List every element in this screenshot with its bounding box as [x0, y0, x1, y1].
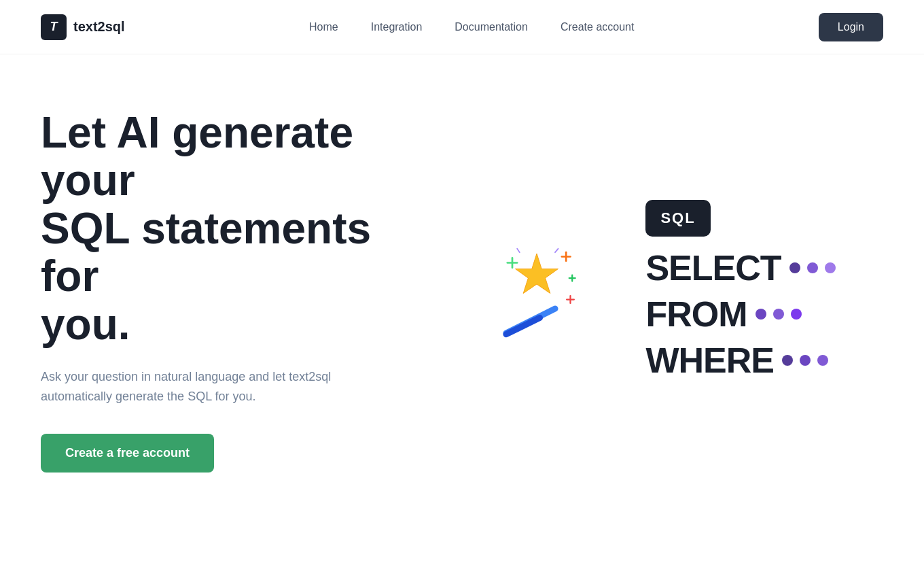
magic-wand-illustration: [469, 222, 605, 358]
hero-section: Let AI generate your SQL statements for …: [0, 54, 924, 527]
navbar: T text2sql Home Integration Documentatio…: [0, 0, 924, 54]
svg-line-11: [518, 249, 520, 252]
sql-from-line: FROM: [645, 294, 835, 334]
nav-documentation[interactable]: Documentation: [455, 21, 528, 33]
sql-select-line: SELECT: [645, 247, 835, 288]
svg-line-12: [555, 249, 558, 252]
dot-3: [825, 262, 836, 273]
hero-left: Let AI generate your SQL statements for …: [41, 109, 421, 473]
login-button[interactable]: Login: [819, 13, 883, 41]
sql-where-line: WHERE: [645, 340, 835, 381]
dot-6: [791, 309, 802, 320]
svg-marker-2: [516, 254, 558, 294]
hero-right: SQL SELECT FROM WHERE: [421, 200, 883, 381]
hero-title: Let AI generate your SQL statements for …: [41, 109, 421, 348]
sql-from-keyword: FROM: [645, 294, 747, 334]
create-free-account-button[interactable]: Create a free account: [41, 434, 214, 473]
sql-badge: SQL: [645, 200, 710, 237]
nav-right: Login: [819, 13, 883, 41]
nav-links: Home Integration Documentation Create ac…: [309, 21, 634, 33]
svg-line-1: [506, 318, 540, 334]
nav-create-account[interactable]: Create account: [561, 21, 635, 33]
sql-where-keyword: WHERE: [645, 340, 774, 381]
dot-9: [817, 355, 828, 366]
dot-4: [756, 309, 766, 320]
logo-icon: T: [41, 14, 67, 40]
sql-display: SQL SELECT FROM WHERE: [645, 200, 835, 381]
sql-from-dots: [756, 309, 802, 320]
sql-where-dots: [782, 355, 828, 366]
logo-text: text2sql: [73, 19, 125, 35]
sql-select-dots: [789, 262, 836, 273]
dot-7: [782, 355, 793, 366]
dot-1: [789, 262, 800, 273]
dot-5: [773, 309, 784, 320]
hero-subtitle: Ask your question in natural language an…: [41, 367, 367, 407]
magic-wand-svg: [476, 229, 598, 351]
logo-link[interactable]: T text2sql: [41, 14, 125, 40]
nav-integration[interactable]: Integration: [371, 21, 423, 33]
nav-home[interactable]: Home: [309, 21, 338, 33]
dot-8: [800, 355, 811, 366]
dot-2: [807, 262, 818, 273]
sql-select-keyword: SELECT: [645, 247, 781, 288]
